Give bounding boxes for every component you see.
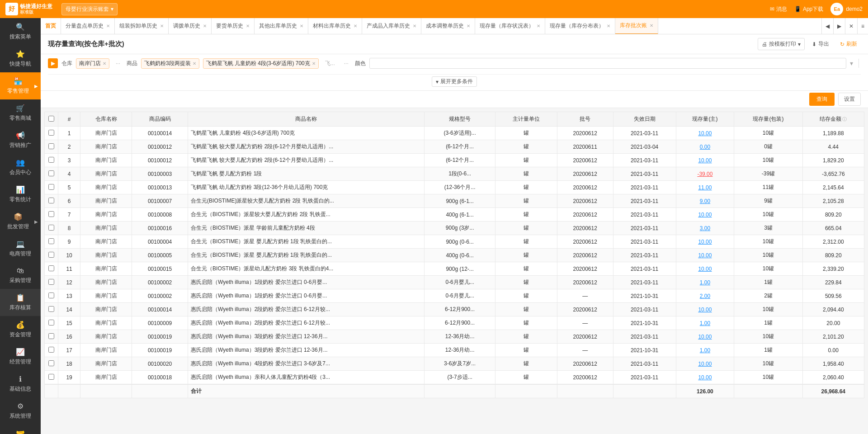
product-filter-ellipsis[interactable]: ···	[341, 59, 351, 67]
sidebar-item-collab[interactable]: 🤝 企业协同	[0, 425, 41, 434]
sidebar-item-operation[interactable]: 📈 经营管理	[0, 343, 41, 370]
row-checkbox[interactable]	[48, 292, 54, 298]
tab-menu-btn[interactable]: ≡	[857, 18, 868, 34]
tab-inventory-history[interactable]: 分量盘点单历史 ✕	[61, 18, 115, 34]
cell-qty-main[interactable]: 1.00	[676, 276, 734, 289]
cell-qty-main[interactable]: 2.00	[676, 289, 734, 303]
row-checkbox[interactable]	[48, 320, 54, 326]
tab-next-btn[interactable]: ▶	[833, 18, 845, 34]
tab-close[interactable]: ✕	[537, 24, 540, 28]
row-checkbox[interactable]	[48, 279, 54, 285]
tab-stock-status[interactable]: 现存量（库存状况表） ✕	[475, 18, 545, 34]
cell-qty-main[interactable]: 9.00	[676, 194, 734, 208]
tab-home[interactable]: 首页	[41, 18, 61, 34]
sidebar-item-retail-stats[interactable]: 📊 零售统计	[0, 181, 41, 208]
row-checkbox[interactable]	[48, 306, 54, 312]
cell-qty-main[interactable]: 10.00	[676, 127, 734, 140]
row-checkbox[interactable]	[48, 211, 54, 217]
row-checkbox[interactable]	[48, 184, 54, 190]
remove-product-tag-2[interactable]: ✕	[312, 61, 316, 66]
cell-checkbox[interactable]	[45, 344, 58, 357]
filter-expand-arrow[interactable]: ▶	[48, 58, 58, 68]
cell-qty-main[interactable]: 1.00	[676, 344, 734, 357]
row-checkbox[interactable]	[48, 157, 54, 163]
row-checkbox[interactable]	[48, 265, 54, 271]
tab-close[interactable]: ✕	[650, 23, 653, 28]
cell-checkbox[interactable]	[45, 289, 58, 303]
color-dropdown-arrow[interactable]: ▾	[850, 60, 853, 67]
sidebar-item-member[interactable]: 👥 会员中心	[0, 154, 41, 181]
sidebar-item-inventory[interactable]: 📋 库存核算	[0, 289, 41, 316]
product-tag-2[interactable]: 飞鹤星飞帆 儿童奶粉 4段(3-6岁适用) 700克 ✕	[203, 58, 319, 69]
tab-prev-btn[interactable]: ◀	[821, 18, 833, 34]
sidebar-item-ecom[interactable]: 💻 电商管理	[0, 235, 41, 262]
filter-more-btn[interactable]: ···	[113, 59, 123, 67]
account-selector[interactable]: 母婴行业演示账套 ▾	[61, 3, 118, 15]
tab-outstock-history[interactable]: 其他出库单历史 ✕	[255, 18, 308, 34]
th-name[interactable]: 商品名称	[188, 112, 425, 127]
setting-button[interactable]: 设置	[838, 93, 861, 106]
cell-qty-main[interactable]: 10.00	[676, 154, 734, 167]
sidebar-item-system[interactable]: ⚙ 系统管理	[0, 397, 41, 425]
cell-checkbox[interactable]	[45, 249, 58, 262]
row-checkbox[interactable]	[48, 238, 54, 244]
cell-checkbox[interactable]	[45, 276, 58, 289]
cell-qty-main[interactable]: 11.00	[676, 181, 734, 194]
tab-cost-adjust[interactable]: 成本调整单历史 ✕	[421, 18, 475, 34]
expand-btn[interactable]: ▾ 展开更多条件	[432, 76, 477, 87]
tab-transfer-history[interactable]: 调拨单历史 ✕	[169, 18, 212, 34]
th-expire[interactable]: 失效日期	[613, 112, 676, 127]
cell-checkbox[interactable]	[45, 235, 58, 249]
export-btn[interactable]: ⬇ 导出	[808, 38, 833, 50]
tab-close[interactable]: ✕	[160, 24, 164, 28]
cell-qty-main[interactable]: 0.00	[676, 140, 734, 154]
th-code[interactable]: 商品编码	[132, 112, 188, 127]
cell-qty-main[interactable]: 10.00	[676, 371, 734, 385]
cell-qty-main[interactable]: 10.00	[676, 249, 734, 262]
cell-checkbox[interactable]	[45, 154, 58, 167]
sidebar-item-basic[interactable]: ℹ 基础信息	[0, 370, 41, 397]
cell-checkbox[interactable]	[45, 262, 58, 276]
row-checkbox[interactable]	[48, 198, 54, 203]
cell-qty-main[interactable]: 10.00	[676, 262, 734, 276]
row-checkbox[interactable]	[48, 130, 54, 136]
refresh-btn[interactable]: ↻ 刷新	[836, 38, 861, 50]
cell-checkbox[interactable]	[45, 194, 58, 208]
row-checkbox[interactable]	[48, 333, 54, 339]
sidebar-item-retail[interactable]: 🏪 零售管理 ▶	[0, 72, 41, 99]
cell-checkbox[interactable]	[45, 208, 58, 222]
sidebar-item-shop[interactable]: 🛒 零售商城	[0, 99, 41, 127]
cell-checkbox[interactable]	[45, 222, 58, 235]
tab-close[interactable]: ✕	[203, 24, 207, 28]
remove-product-tag-1[interactable]: ✕	[193, 61, 196, 66]
tab-batch-account[interactable]: 库存批次账 ✕	[615, 18, 658, 34]
tab-close[interactable]: ✕	[246, 24, 250, 28]
tab-assembly-history[interactable]: 组装拆卸单历史 ✕	[115, 18, 169, 34]
sidebar-item-wholesale[interactable]: 📦 批发管理 ▶	[0, 208, 41, 235]
th-unit[interactable]: 主计量单位	[495, 112, 557, 127]
tab-stock-dist[interactable]: 现存量（库存分布表） ✕	[545, 18, 615, 34]
tab-close[interactable]: ✕	[106, 24, 110, 28]
color-filter-input[interactable]	[369, 58, 846, 69]
remove-warehouse-tag[interactable]: ✕	[103, 61, 106, 66]
row-checkbox[interactable]	[48, 360, 54, 366]
select-all-checkbox[interactable]	[48, 116, 54, 122]
row-checkbox[interactable]	[48, 225, 54, 231]
cell-qty-main[interactable]: 10.00	[676, 208, 734, 222]
tab-close[interactable]: ✕	[607, 24, 610, 28]
th-qty-pkg[interactable]: 现存量(包装)	[734, 112, 802, 127]
row-checkbox[interactable]	[48, 347, 54, 353]
th-warehouse[interactable]: 仓库名称	[80, 112, 132, 127]
sidebar-item-finance[interactable]: 💰 资金管理	[0, 316, 41, 343]
tab-close-all-btn[interactable]: ✕	[845, 18, 857, 34]
sidebar-item-marketing[interactable]: 📢 营销推广	[0, 127, 41, 154]
th-checkbox[interactable]	[45, 112, 58, 127]
cell-checkbox[interactable]	[45, 167, 58, 181]
sidebar-item-nav[interactable]: ⭐ 快捷导航	[0, 45, 41, 72]
th-qty-main[interactable]: 现存量(主)	[676, 112, 734, 127]
amount-info-icon[interactable]: ⓘ	[842, 117, 847, 122]
print-btn[interactable]: 🖨 按模板打印 ▾	[758, 38, 805, 50]
tab-close[interactable]: ✕	[354, 24, 357, 28]
cell-qty-main[interactable]: 10.00	[676, 330, 734, 344]
cell-checkbox[interactable]	[45, 371, 58, 385]
